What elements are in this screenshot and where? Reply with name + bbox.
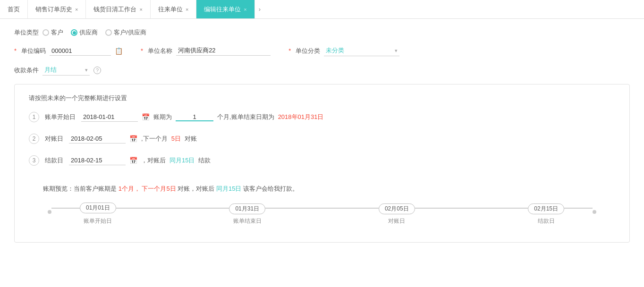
payment-terms-select[interactable]: 月结 ▾ — [42, 65, 90, 76]
close-icon-edit-partner[interactable]: × — [244, 7, 246, 12]
timeline-start-dot — [48, 210, 51, 225]
unit-name-label: 单位名称 — [148, 47, 172, 55]
card-title: 请按照未来的一个完整帐期进行设置 — [29, 94, 615, 102]
unit-info-row: * 单位编码 📋 * 单位名称 * 单位分类 未分类 ▾ — [14, 45, 630, 56]
step1-date-input[interactable] — [81, 112, 138, 122]
step-num-1: 1 — [29, 112, 39, 122]
star-category: * — [288, 47, 291, 54]
close-icon-sales[interactable]: × — [75, 7, 78, 12]
step-num-3: 3 — [29, 155, 39, 166]
timeline-badge-2: 01月31日 — [229, 203, 265, 214]
calendar-icon-3[interactable]: 📅 — [129, 157, 137, 164]
tab-sales-history[interactable]: 销售订单历史 × — [28, 0, 86, 18]
period-unit: 个月,账单结束日期为 — [217, 113, 274, 121]
unit-name-input[interactable] — [176, 46, 271, 56]
preview-part5: 该客户会给我打款。 — [243, 185, 298, 192]
step-label-1: 账单开始日 — [45, 113, 76, 121]
help-icon[interactable]: ? — [93, 67, 101, 74]
radio-customer-supplier[interactable]: 客户/供应商 — [105, 28, 146, 37]
radio-label-cs: 客户/供应商 — [114, 28, 146, 37]
radio-label-supplier: 供应商 — [79, 28, 98, 37]
copy-icon[interactable]: 📋 — [115, 47, 123, 55]
star-code: * — [14, 47, 17, 54]
step3-suffix-end: 结款 — [198, 156, 211, 165]
main-content: 单位类型 客户 供应商 客户/供应商 * 单位编码 📋 * 单位名称 * 单位分… — [0, 19, 644, 287]
timeline-node-2: 01月31日 账单结束日 — [229, 203, 265, 225]
tabs-bar: 首页 销售订单历史 × 钱货日清工作台 × 往来单位 × 编辑往来单位 × › — [0, 0, 644, 19]
step-content-1: 📅 账期为 个月,账单结束日期为 2018年01月31日 — [81, 112, 323, 122]
timeline-line-3 — [265, 208, 379, 209]
step2-suffix-prefix: ,下一个月 — [141, 135, 168, 143]
step3-date-input[interactable] — [69, 156, 126, 165]
unit-category-label: 单位分类 — [296, 47, 320, 55]
timeline-node-4: 02月15日 结款日 — [528, 203, 564, 225]
step-content-3: 📅 ，对账后 同月15日 结款 — [69, 156, 211, 165]
step-label-3: 结款日 — [45, 156, 63, 165]
timeline-line-2 — [116, 208, 229, 209]
unit-code-input[interactable] — [50, 46, 111, 56]
timeline-end-dot — [593, 210, 596, 225]
timeline-node-1: 01月01日 账单开始日 — [80, 203, 116, 225]
radio-circle-cs — [105, 29, 112, 36]
preview-section: 账期预览：当前客户账期是 1个月， 下一个月5日 对账，对账后 同月15日 该客… — [29, 177, 615, 233]
step-row-1: 1 账单开始日 📅 账期为 个月,账单结束日期为 2018年01月31日 — [29, 112, 615, 122]
tab-home[interactable]: 首页 — [0, 0, 28, 18]
radio-circle-supplier — [71, 29, 77, 36]
timeline-badge-1: 01月01日 — [80, 203, 116, 213]
calendar-icon-1[interactable]: 📅 — [142, 113, 150, 121]
preview-part1: 1个月， — [119, 185, 140, 192]
step3-suffix-highlight: 同月15日 — [169, 156, 195, 165]
radio-customer[interactable]: 客户 — [42, 28, 63, 37]
radio-label-customer: 客户 — [51, 28, 63, 37]
step-label-2: 对账日 — [45, 135, 63, 143]
period-value-input[interactable] — [176, 113, 213, 121]
unit-type-row: 单位类型 客户 供应商 客户/供应商 — [14, 28, 630, 37]
preview-text: 账期预览：当前客户账期是 1个月， 下一个月5日 对账，对账后 同月15日 该客… — [43, 185, 601, 193]
radio-supplier[interactable]: 供应商 — [71, 28, 98, 37]
tab-edit-partner[interactable]: 编辑往来单位 × — [196, 0, 254, 18]
timeline-node-label-4: 结款日 — [538, 217, 555, 225]
tab-partner-unit[interactable]: 往来单位 × — [151, 0, 196, 18]
chevron-down-icon: ▾ — [395, 48, 398, 54]
tab-label-cash-work: 钱货日清工作台 — [93, 5, 136, 14]
close-icon-partner[interactable]: × — [186, 7, 188, 12]
timeline-node-label-3: 对账日 — [388, 217, 405, 225]
timeline-container: 01月01日 账单开始日 01月31日 账单结束日 02月05日 对账日 — [43, 203, 601, 225]
preview-part4: 同月15日 — [216, 185, 241, 192]
close-icon-cash[interactable]: × — [139, 7, 142, 12]
step-row-3: 3 结款日 📅 ，对账后 同月15日 结款 — [29, 155, 615, 166]
step-content-2: 📅 ,下一个月 5日 对账 — [69, 134, 197, 144]
step3-suffix-prefix: ，对账后 — [141, 156, 166, 165]
radio-circle-customer — [42, 29, 49, 36]
preview-part2: 下一个月5日 — [142, 185, 176, 192]
timeline-line-5 — [564, 208, 593, 209]
timeline-node-label-2: 账单结束日 — [233, 217, 262, 225]
preview-label: 账期预览：当前客户账期是 — [43, 185, 117, 192]
calendar-icon-2[interactable]: 📅 — [129, 135, 137, 143]
timeline-badge-4: 02月15日 — [528, 203, 564, 214]
timeline-node-3: 02月05日 对账日 — [379, 203, 415, 225]
period-end-date: 2018年01月31日 — [278, 113, 324, 121]
tab-label-home: 首页 — [8, 5, 20, 14]
step2-date-input[interactable] — [69, 134, 126, 144]
tab-scroll-arrow[interactable]: › — [255, 0, 264, 18]
star-name: * — [141, 47, 143, 54]
tab-label-partner-unit: 往来单位 — [158, 5, 183, 14]
period-prefix: 账期为 — [153, 113, 172, 121]
payment-terms-label: 收款条件 — [14, 66, 39, 75]
timeline-line-4 — [415, 208, 528, 209]
period-settings-card: 请按照未来的一个完整帐期进行设置 1 账单开始日 📅 账期为 个月,账单结束日期… — [14, 84, 630, 243]
unit-type-label: 单位类型 — [14, 28, 39, 37]
preview-part3: 对账，对账后 — [178, 185, 214, 192]
step2-suffix-end: 对账 — [185, 135, 197, 143]
tab-cash-work[interactable]: 钱货日清工作台 × — [86, 0, 150, 18]
payment-terms-row: 收款条件 月结 ▾ ? — [14, 65, 630, 76]
unit-code-label: 单位编码 — [21, 47, 46, 55]
unit-type-radio-group: 客户 供应商 客户/供应商 — [42, 28, 146, 37]
payment-terms-value: 月结 — [44, 66, 85, 74]
step-row-2: 2 对账日 📅 ,下一个月 5日 对账 — [29, 134, 615, 144]
unit-category-select[interactable]: 未分类 ▾ — [324, 45, 399, 56]
tab-label-edit-partner: 编辑往来单位 — [204, 5, 241, 14]
chevron-down-icon-2: ▾ — [85, 67, 88, 73]
timeline-badge-3: 02月05日 — [379, 203, 415, 214]
